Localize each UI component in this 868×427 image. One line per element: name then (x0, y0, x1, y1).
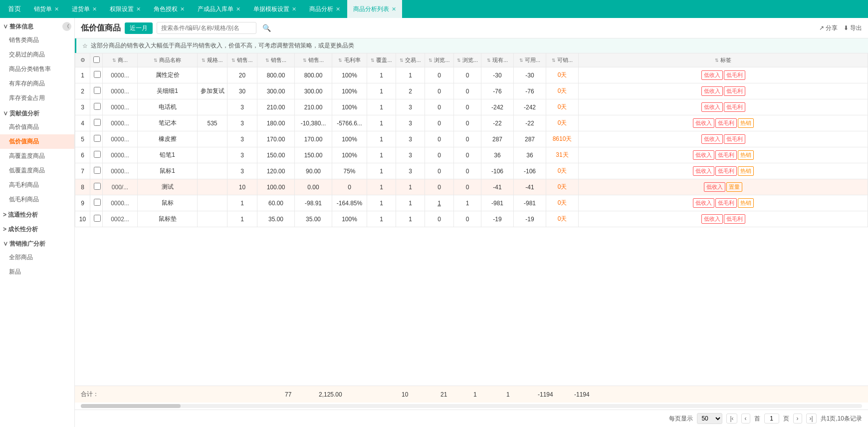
row-browse1[interactable]: 0 (425, 211, 454, 227)
row-checkbox[interactable] (92, 119, 102, 126)
page-size-select[interactable]: 50 100 200 (697, 413, 722, 424)
sidebar-item-high-value[interactable]: 高价值商品 (0, 120, 74, 134)
col-browse1[interactable]: ⇅ 浏览... (425, 53, 454, 67)
col-gross-rate[interactable]: ⇅ 毛利率 (332, 53, 367, 67)
sidebar-item-high-coverage[interactable]: 高覆盖度商品 (0, 149, 74, 163)
first-page-btn[interactable]: |‹ (726, 414, 737, 424)
row-checkbox-cell[interactable] (90, 195, 103, 211)
row-num: 3 (75, 99, 90, 115)
row-checkbox-cell[interactable] (90, 131, 103, 147)
search-icon[interactable]: 🔍 (262, 24, 271, 32)
col-saleable[interactable]: ⇅ 可销... (546, 53, 579, 67)
close-product-analysis[interactable]: ✕ (336, 6, 340, 12)
export-btn[interactable]: ⬇ 导出 (844, 24, 862, 32)
col-coverage[interactable]: ⇅ 覆盖... (367, 53, 396, 67)
row-browse1[interactable]: 0 (425, 179, 454, 195)
row-checkbox[interactable] (92, 167, 102, 174)
nav-product-analysis[interactable]: 商品分析 ✕ (303, 0, 346, 18)
scroll-thumb[interactable] (81, 404, 181, 408)
row-avail: -41 (514, 179, 546, 195)
close-role-auth[interactable]: ✕ (180, 6, 185, 12)
sidebar-item-stock-capital[interactable]: 库存资金占用 (0, 91, 74, 105)
row-browse1[interactable]: 0 (425, 83, 454, 99)
nav-template[interactable]: 单据模板设置 ✕ (247, 0, 302, 18)
col-name[interactable]: ⇅ 商品名称 (138, 53, 198, 67)
row-browse1[interactable]: 0 (425, 131, 454, 147)
row-checkbox-cell[interactable] (90, 99, 103, 115)
row-checkbox[interactable] (92, 71, 102, 78)
sidebar-item-sales-products[interactable]: 销售类商品 (0, 33, 74, 47)
col-tags[interactable]: ⇅ 标签 (579, 53, 868, 67)
total-pages-label: 共1页,10条记录 (821, 415, 862, 423)
nav-production[interactable]: 产成品入库单 ✕ (192, 0, 246, 18)
row-name: 属性定价 (138, 67, 198, 83)
col-browse2[interactable]: ⇅ 浏览... (454, 53, 481, 67)
col-sale-profit[interactable]: ⇅ 销售... (295, 53, 332, 67)
row-checkbox[interactable] (92, 135, 102, 142)
nav-home[interactable]: 首页 (2, 0, 27, 18)
col-spec[interactable]: ⇅ 规格... (198, 53, 227, 67)
col-checkbox[interactable] (90, 53, 103, 67)
prev-page-btn[interactable]: ‹ (741, 414, 750, 424)
close-product-analysis-list[interactable]: ✕ (392, 6, 396, 12)
scroll-track[interactable] (81, 404, 862, 408)
col-code[interactable]: ⇅ 商... (103, 53, 138, 67)
sidebar-item-stocked-products[interactable]: 有库存的商品 (0, 76, 74, 91)
col-stock[interactable]: ⇅ 现有... (481, 53, 514, 67)
col-sale-amount[interactable]: ⇅ 销售... (257, 53, 295, 67)
share-btn[interactable]: ↗ 分享 (819, 24, 838, 32)
sidebar-item-new-products[interactable]: 新品 (0, 265, 74, 279)
close-production[interactable]: ✕ (236, 6, 240, 12)
sidebar-item-high-margin[interactable]: 高毛利商品 (0, 178, 74, 192)
row-checkbox-cell[interactable] (90, 67, 103, 83)
row-checkbox[interactable] (92, 215, 102, 222)
sidebar-item-low-margin[interactable]: 低毛利商品 (0, 192, 74, 207)
row-checkbox[interactable] (92, 183, 102, 190)
col-qty[interactable]: ⇅ 销售... (227, 53, 257, 67)
row-qty: 1 (227, 211, 257, 227)
col-settings[interactable]: ⚙ (75, 53, 90, 67)
search-input[interactable] (157, 22, 256, 34)
current-page-input[interactable] (764, 414, 779, 424)
row-checkbox-cell[interactable] (90, 163, 103, 179)
close-sales-order[interactable]: ✕ (54, 6, 59, 12)
row-checkbox-cell[interactable] (90, 83, 103, 99)
row-browse1[interactable]: 0 (425, 67, 454, 83)
col-trade[interactable]: ⇅ 交易... (396, 53, 425, 67)
footer-stock: -1194 (538, 391, 570, 398)
sidebar-item-low-coverage[interactable]: 低覆盖度商品 (0, 163, 74, 178)
nav-permissions[interactable]: 权限设置 ✕ (104, 0, 147, 18)
nav-product-analysis-list[interactable]: 商品分析列表 ✕ (347, 0, 402, 18)
row-browse1[interactable]: 1 (425, 195, 454, 211)
nav-role-auth[interactable]: 角色授权 ✕ (148, 0, 191, 18)
row-checkbox-cell[interactable] (90, 115, 103, 131)
row-browse1[interactable]: 0 (425, 163, 454, 179)
close-permissions[interactable]: ✕ (136, 6, 141, 12)
row-browse1[interactable]: 0 (425, 147, 454, 163)
row-checkbox-cell[interactable] (90, 211, 103, 227)
row-checkbox-cell[interactable] (90, 179, 103, 195)
row-sale1: 800.00 (257, 67, 295, 83)
collapse-sidebar-btn[interactable]: 《 (62, 22, 71, 31)
row-checkbox-cell[interactable] (90, 147, 103, 163)
recent-btn[interactable]: 近一月 (125, 22, 153, 34)
sidebar-item-low-value[interactable]: 低价值商品 (0, 134, 74, 149)
col-avail[interactable]: ⇅ 可用... (514, 53, 546, 67)
sidebar-item-category-rate[interactable]: 商品分类销售率 (0, 62, 74, 76)
row-checkbox[interactable] (92, 87, 102, 94)
row-browse1[interactable]: 0 (425, 99, 454, 115)
close-template[interactable]: ✕ (292, 6, 296, 12)
row-browse1[interactable]: 0 (425, 115, 454, 131)
next-page-btn[interactable]: › (793, 414, 802, 424)
row-checkbox[interactable] (92, 103, 102, 110)
close-purchase[interactable]: ✕ (92, 6, 97, 12)
last-page-btn[interactable]: ›| (806, 414, 817, 424)
select-all-checkbox[interactable] (93, 56, 100, 63)
row-checkbox[interactable] (92, 151, 102, 158)
sidebar-item-all-products[interactable]: 全部商品 (0, 250, 74, 265)
row-checkbox[interactable] (92, 199, 102, 206)
row-stock: -41 (481, 179, 514, 195)
nav-purchase[interactable]: 进货单 ✕ (66, 0, 103, 18)
nav-sales-order[interactable]: 销货单 ✕ (28, 0, 65, 18)
sidebar-item-traded-products[interactable]: 交易过的商品 (0, 47, 74, 62)
